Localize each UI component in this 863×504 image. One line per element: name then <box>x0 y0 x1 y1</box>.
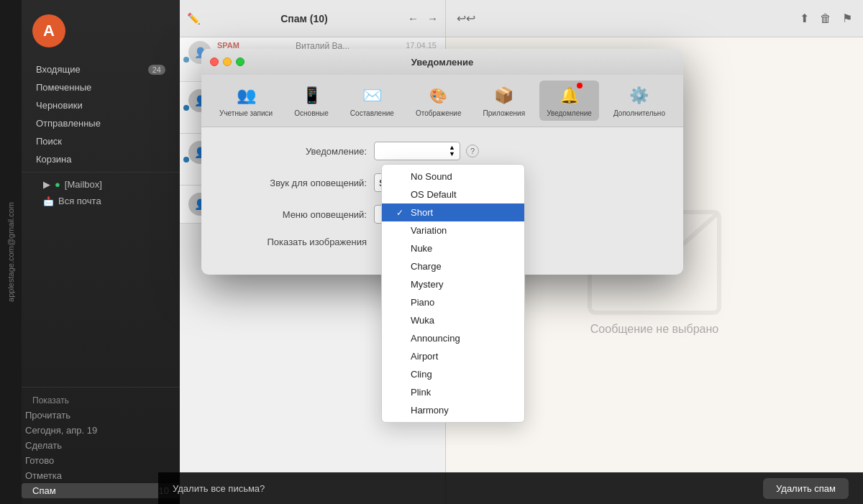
sidebar-item-sent-label: Отправленные <box>36 118 101 129</box>
dropdown-label-nuke: Nuke <box>411 243 432 254</box>
dropdown-label-airport: Airport <box>411 351 438 362</box>
email-list-title: Спам (10) <box>201 13 408 24</box>
delete-spam-button[interactable]: Удалить спам <box>763 478 849 499</box>
show-label: Показать <box>32 395 69 406</box>
accounts-icon: 👥 <box>234 84 257 107</box>
dropdown-item-nuke[interactable]: Nuke <box>382 239 524 257</box>
help-button[interactable]: ? <box>466 145 479 157</box>
dropdown-item-cling[interactable]: Cling <box>382 365 524 383</box>
maximize-button[interactable] <box>236 58 245 66</box>
sidebar-bottom-section: Показать Прочитать Сегодня, апр. 19 Сдел… <box>22 387 180 504</box>
allmail-icon: 📩 <box>43 196 54 206</box>
dropdown-label-os-default: OS Default <box>411 189 457 200</box>
tab-display[interactable]: 🎨 Отображение <box>408 81 469 121</box>
dropdown-label-mystery: Mystery <box>411 279 444 290</box>
mailbox-label: [Mailbox] <box>65 179 102 190</box>
unread-dot-1 <box>183 57 189 63</box>
dropdown-item-piano[interactable]: Piano <box>382 293 524 311</box>
unread-dot-2 <box>183 105 189 111</box>
sidebar-item-trash[interactable]: Корзина <box>22 150 180 168</box>
no-message-text: Сообщение не выбрано <box>590 323 718 336</box>
sidebar-item-today[interactable]: Сегодня, апр. 19 <box>22 423 180 438</box>
dropdown-item-charge[interactable]: Charge <box>382 257 524 275</box>
tab-apps[interactable]: 📦 Приложения <box>476 81 533 121</box>
avatar: A <box>32 14 65 47</box>
sidebar-item-allmail[interactable]: 📩 Вся почта <box>22 193 180 209</box>
dropdown-item-os-default[interactable]: OS Default <box>382 185 524 203</box>
compose-area: ✏️ <box>187 12 201 25</box>
sidebar-header: A <box>22 0 180 55</box>
bottom-bar: Удалить все письма? Удалить спам <box>158 472 863 504</box>
unread-dot-3 <box>183 157 189 162</box>
dropdown-label-harmony: Harmony <box>411 405 449 416</box>
tab-compose[interactable]: ✉️ Составление <box>343 81 401 121</box>
dropdown-label-no-sound: No Sound <box>411 171 452 182</box>
sound-label: Звук для оповещений: <box>223 178 367 188</box>
minimize-button[interactable] <box>223 58 232 66</box>
dropdown-item-airport[interactable]: Airport <box>382 347 524 365</box>
reply-all-icon[interactable]: ↩↩ <box>457 12 475 25</box>
tab-general[interactable]: 📱 Основные <box>287 81 335 121</box>
dropdown-label-wuka: Wuka <box>411 315 434 326</box>
upload-icon[interactable]: ⬆ <box>800 12 809 25</box>
dropdown-item-plink[interactable]: Plink <box>382 383 524 401</box>
sidebar-item-done[interactable]: Готово <box>22 453 180 468</box>
sidebar-item-todo[interactable]: Сделать <box>22 438 180 453</box>
tab-notification[interactable]: 🔔 Уведомление <box>539 81 599 121</box>
nav-icons: ← → <box>408 12 438 24</box>
compose-icon[interactable]: ✏️ <box>187 12 201 25</box>
dropdown-item-harmony[interactable]: Harmony <box>382 401 524 419</box>
sidebar-item-read[interactable]: Прочитать <box>22 408 180 423</box>
expand-icon: ▶ <box>43 179 50 190</box>
dropdown-item-short[interactable]: ✓ Short <box>382 203 524 221</box>
sidebar-item-sent[interactable]: Отправленные <box>22 114 180 132</box>
advanced-icon: ⚙️ <box>628 84 651 107</box>
prefs-titlebar: Уведомление <box>201 49 683 75</box>
back-icon[interactable]: ← <box>408 12 419 24</box>
display-icon: 🎨 <box>427 84 450 107</box>
trash-icon[interactable]: 🗑 <box>820 12 831 25</box>
sidebar-item-drafts[interactable]: Черновики <box>22 96 180 114</box>
chevron-down-icon: ▼ <box>449 151 455 157</box>
forward-icon[interactable]: → <box>427 12 438 24</box>
green-dot: ● <box>55 179 60 190</box>
sidebar-item-mark[interactable]: Отметка <box>22 468 180 483</box>
compose-icon: ✉️ <box>360 84 383 107</box>
sidebar-item-search[interactable]: Поиск <box>22 132 180 150</box>
dropdown-item-announcing[interactable]: Announcing <box>382 329 524 347</box>
dropdown-label-charge: Charge <box>411 261 442 272</box>
content-toolbar: ↩↩ ⬆ 🗑 ⚑ <box>446 0 863 37</box>
tab-advanced-label: Дополнительно <box>613 109 665 117</box>
sound-dropdown: No Sound OS Default ✓ Short Variation Nu… <box>381 164 525 423</box>
dropdown-label-plink: Plink <box>411 387 431 398</box>
sidebar-item-spam[interactable]: Спам 10 <box>22 483 180 498</box>
dropdown-label-cling: Cling <box>411 369 432 380</box>
sidebar-nav: Входящие 24 Помеченные Черновики Отправл… <box>22 55 180 387</box>
tab-display-label: Отображение <box>416 109 462 117</box>
notification-select[interactable]: ▲ ▼ <box>374 142 460 160</box>
sidebar-item-inbox-badge: 24 <box>148 65 165 75</box>
notification-control: ▲ ▼ ? <box>374 142 662 160</box>
sidebar-item-inbox[interactable]: Входящие 24 <box>22 60 180 78</box>
menu-label: Меню оповещений: <box>223 209 367 220</box>
close-button[interactable] <box>210 58 219 66</box>
dropdown-item-wuka[interactable]: Wuka <box>382 311 524 329</box>
traffic-lights <box>210 58 245 66</box>
notification-label: Уведомление: <box>223 146 367 157</box>
dropdown-item-mystery[interactable]: Mystery <box>382 275 524 293</box>
sidebar-left-strip: applestage.com@gmail.com <box>0 0 22 504</box>
sidebar: A Входящие 24 Помеченные Черновики Отпра… <box>22 0 180 504</box>
sidebar-item-search-label: Поиск <box>36 136 62 147</box>
dropdown-item-no-sound[interactable]: No Sound <box>382 168 524 185</box>
tab-advanced[interactable]: ⚙️ Дополнительно <box>606 81 672 121</box>
flag-icon[interactable]: ⚑ <box>842 12 852 25</box>
images-label: Показать изображения <box>223 237 367 247</box>
tab-accounts[interactable]: 👥 Учетные записи <box>212 81 280 121</box>
sidebar-divider <box>22 172 180 173</box>
sidebar-item-flagged[interactable]: Помеченные <box>22 78 180 96</box>
tab-notification-label: Уведомление <box>547 109 592 117</box>
dropdown-item-variation[interactable]: Variation <box>382 221 524 239</box>
apps-icon: 📦 <box>493 84 516 107</box>
tab-compose-label: Составление <box>350 109 394 117</box>
sidebar-item-mailbox[interactable]: ▶ ● [Mailbox] <box>22 176 180 193</box>
